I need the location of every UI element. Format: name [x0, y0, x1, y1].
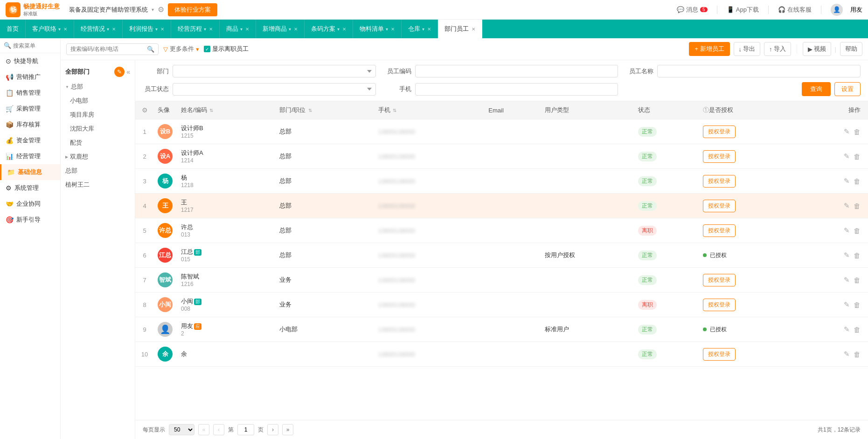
- auth-button[interactable]: 授权登录: [703, 224, 736, 237]
- dept-collapse-btn[interactable]: «: [126, 68, 130, 76]
- name-sort-icon[interactable]: ⇅: [209, 108, 213, 113]
- page-input[interactable]: [237, 424, 254, 435]
- last-page-btn[interactable]: »: [282, 424, 293, 435]
- th-phone[interactable]: 手机 ⇅: [375, 101, 485, 119]
- tab-home[interactable]: 首页: [0, 20, 26, 38]
- show-resigned-checkbox[interactable]: ✓: [204, 46, 210, 52]
- edit-icon[interactable]: ✎: [844, 127, 850, 136]
- dept-item-shenyang[interactable]: 沈阳大库: [61, 122, 135, 136]
- edit-icon[interactable]: ✎: [844, 300, 850, 309]
- sidebar-item-quicknav[interactable]: ⊙ 快捷导航: [0, 53, 60, 69]
- tab-business[interactable]: 经营情况 ▾ ✕: [74, 20, 123, 38]
- phone-input[interactable]: [415, 83, 618, 96]
- delete-icon[interactable]: 🗑: [854, 153, 861, 160]
- auth-button[interactable]: 授权登录: [703, 274, 736, 286]
- delete-icon[interactable]: 🗑: [854, 251, 861, 259]
- video-button[interactable]: ▶ 视频: [803, 42, 831, 56]
- empcode-input[interactable]: [415, 65, 618, 77]
- search-icon[interactable]: 🔍: [147, 46, 154, 53]
- tab-barcode-close[interactable]: ✕: [342, 27, 346, 32]
- dept-item-planting[interactable]: 植树王二: [61, 178, 135, 192]
- dept-item-head2[interactable]: 总部: [61, 164, 135, 178]
- sidebar-item-sales[interactable]: 📋 销售管理: [0, 85, 60, 101]
- search-button[interactable]: 查询: [802, 82, 831, 96]
- edit-icon[interactable]: ✎: [844, 276, 850, 284]
- th-name[interactable]: 姓名/编码 ⇅: [177, 101, 276, 119]
- delete-icon[interactable]: 🗑: [854, 350, 861, 358]
- show-resigned-wrap[interactable]: ✓ 显示离职员工: [204, 45, 249, 53]
- add-employee-button[interactable]: + 新增员工: [689, 42, 729, 56]
- sidebar-item-basic[interactable]: 📁 基础信息: [0, 164, 60, 180]
- settings-icon[interactable]: ⚙: [158, 5, 164, 14]
- trial-button[interactable]: 体验行业方案: [168, 3, 217, 16]
- tab-goods-close[interactable]: ✕: [245, 27, 249, 32]
- tab-goods[interactable]: 商品 ▾ ✕: [220, 20, 256, 38]
- th-settings[interactable]: ⚙: [135, 101, 154, 119]
- edit-icon[interactable]: ✎: [844, 226, 850, 235]
- edit-icon[interactable]: ✎: [844, 350, 850, 358]
- dept-item-double-love[interactable]: ▶ 双鹿想: [61, 150, 135, 164]
- tab-addgoods[interactable]: 新增商品 ▾ ✕: [256, 20, 305, 38]
- tab-dept[interactable]: 部门员工 ✕: [438, 20, 482, 38]
- tab-profit-close[interactable]: ✕: [160, 27, 164, 32]
- tab-material[interactable]: 物料清单 ▾ ✕: [353, 20, 402, 38]
- column-settings-icon[interactable]: ⚙: [142, 106, 148, 114]
- tab-customer[interactable]: 客户联络 ▾ ✕: [26, 20, 74, 38]
- edit-icon[interactable]: ✎: [844, 152, 850, 160]
- next-page-btn[interactable]: ›: [267, 424, 278, 435]
- tab-barcode[interactable]: 条码方案 ▾ ✕: [305, 20, 353, 38]
- tab-business-close[interactable]: ✕: [112, 27, 116, 32]
- sidebar-item-guide[interactable]: 🎯 新手引导: [0, 212, 60, 228]
- empname-input[interactable]: [657, 65, 861, 77]
- per-page-select[interactable]: 50 100: [169, 424, 194, 435]
- delete-icon[interactable]: 🗑: [854, 177, 861, 185]
- auth-button[interactable]: 授权登录: [703, 299, 736, 311]
- th-dept[interactable]: 部门/职位 ⇅: [276, 101, 374, 119]
- export-button[interactable]: ↓ 导出: [734, 42, 761, 56]
- sidebar-item-collab[interactable]: 🤝 企业协同: [0, 196, 60, 212]
- dept-item-small-elec[interactable]: 小电部: [61, 94, 135, 108]
- auth-button[interactable]: 授权登录: [703, 200, 736, 212]
- sidebar-item-finance[interactable]: 💰 资金管理: [0, 132, 60, 148]
- dept-select[interactable]: [173, 65, 376, 77]
- sidebar-item-marketing[interactable]: 📢 营销推广: [0, 69, 60, 85]
- delete-icon[interactable]: 🗑: [854, 227, 861, 235]
- more-conditions-btn[interactable]: ▽ 更多条件 ▾: [163, 45, 199, 53]
- app-download-btn[interactable]: 📱 App下载: [727, 6, 759, 14]
- auth-button[interactable]: 授权登录: [703, 125, 736, 138]
- delete-icon[interactable]: 🗑: [854, 128, 861, 136]
- message-btn[interactable]: 💬 消息 5: [677, 6, 708, 14]
- sidebar-item-system[interactable]: ⚙ 系统管理: [0, 180, 60, 196]
- sidebar-item-inventory[interactable]: 📦 库存核算: [0, 117, 60, 132]
- search-input[interactable]: [70, 46, 145, 52]
- dept-edit-btn[interactable]: ✎: [114, 67, 125, 77]
- dept-item-distribution[interactable]: 配货: [61, 136, 135, 150]
- phone-sort-icon[interactable]: ⇅: [393, 108, 396, 113]
- help-button[interactable]: 帮助: [840, 42, 862, 56]
- set-button[interactable]: 设置: [834, 82, 861, 96]
- dept-item-head[interactable]: ▼ 总部: [61, 80, 135, 94]
- tab-customer-close[interactable]: ✕: [63, 27, 67, 32]
- delete-icon[interactable]: 🗑: [854, 202, 861, 210]
- first-page-btn[interactable]: «: [198, 424, 209, 435]
- online-service-btn[interactable]: 🎧 在线客服: [778, 6, 812, 14]
- sidebar-item-purchase[interactable]: 🛒 采购管理: [0, 101, 60, 117]
- edit-icon[interactable]: ✎: [844, 325, 850, 334]
- edit-icon[interactable]: ✎: [844, 177, 850, 185]
- avatar[interactable]: 👤: [831, 4, 843, 16]
- system-dropdown-arrow[interactable]: ▾: [152, 7, 154, 12]
- edit-icon[interactable]: ✎: [844, 202, 850, 210]
- tab-dept-close[interactable]: ✕: [472, 27, 475, 32]
- delete-icon[interactable]: 🗑: [854, 276, 861, 284]
- prev-page-btn[interactable]: ‹: [213, 424, 224, 435]
- tab-warehouse[interactable]: 仓库 ▾ ✕: [402, 20, 438, 38]
- auth-button[interactable]: 授权登录: [703, 150, 736, 163]
- sidebar-item-operation[interactable]: 📊 经营管理: [0, 148, 60, 164]
- tab-process[interactable]: 经营历程 ▾ ✕: [171, 20, 220, 38]
- import-button[interactable]: ↑ 导入: [764, 42, 791, 56]
- status-select[interactable]: [173, 83, 376, 96]
- edit-icon[interactable]: ✎: [844, 251, 850, 259]
- dept-sort-icon[interactable]: ⇅: [308, 108, 312, 113]
- tab-process-close[interactable]: ✕: [209, 27, 213, 32]
- delete-icon[interactable]: 🗑: [854, 326, 861, 334]
